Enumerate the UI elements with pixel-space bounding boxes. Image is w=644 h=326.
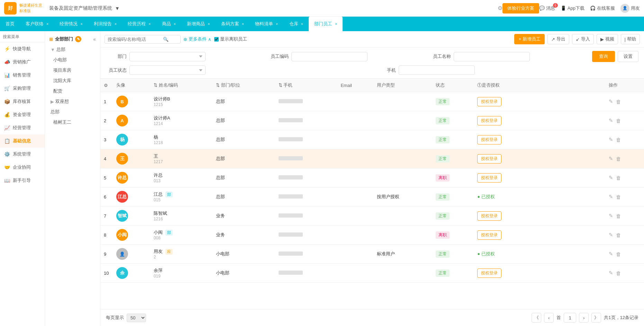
import-button[interactable]: ↙ 导入: [572, 34, 594, 44]
close-icon[interactable]: ×: [174, 22, 176, 26]
status-select[interactable]: [129, 65, 206, 75]
settings-icon[interactable]: ⚙: [498, 5, 502, 11]
dept-item-peihuo[interactable]: 配货: [45, 86, 100, 96]
next-page-button[interactable]: ›: [579, 313, 589, 323]
sidebar-item-sales[interactable]: 📊 销售管理: [0, 69, 45, 82]
delete-icon[interactable]: 🗑: [616, 270, 621, 276]
close-icon[interactable]: ×: [115, 22, 117, 26]
phone-input[interactable]: [399, 65, 475, 75]
edit-icon[interactable]: ✎: [609, 156, 613, 162]
auth-button[interactable]: 授权登录: [477, 268, 501, 278]
sidebar-item-collab[interactable]: 🤝 企业协同: [0, 161, 45, 174]
tab-warehouse[interactable]: 仓库 ×: [284, 17, 309, 31]
system-dropdown-icon[interactable]: ▼: [115, 6, 120, 11]
code-input[interactable]: [291, 52, 368, 61]
auth-button[interactable]: 授权登录: [477, 154, 501, 164]
edit-icon[interactable]: ✎: [609, 117, 613, 124]
delete-icon[interactable]: 🗑: [616, 99, 621, 105]
tab-goods[interactable]: 商品 ×: [156, 17, 181, 31]
delete-icon[interactable]: 🗑: [616, 251, 621, 257]
more-conditions-button[interactable]: ⊕ 更多条件 ∧: [183, 36, 211, 42]
tab-bom[interactable]: 物料清单 ×: [250, 17, 283, 31]
tab-new-goods[interactable]: 新增商品 ×: [181, 17, 215, 31]
last-page-button[interactable]: 》: [591, 313, 601, 323]
tab-barcode[interactable]: 条码方案 ×: [216, 17, 250, 31]
auth-button[interactable]: 授权登录: [477, 211, 501, 221]
tab-customer[interactable]: 客户联络 ×: [20, 17, 54, 31]
col-settings[interactable]: ⚙: [100, 79, 113, 92]
page-size-select[interactable]: 50 100: [127, 314, 146, 322]
sidebar-item-quicknav[interactable]: ⚡ 快捷导航: [0, 42, 45, 55]
sidebar-item-finance[interactable]: 💰 资金管理: [0, 108, 45, 121]
collapse-dept-icon[interactable]: «: [93, 36, 96, 42]
dept-item-zhishu[interactable]: 植树王二: [45, 117, 100, 127]
delete-icon[interactable]: 🗑: [616, 118, 621, 124]
edit-icon[interactable]: ✎: [609, 270, 613, 276]
delete-icon[interactable]: 🗑: [616, 213, 621, 219]
help-button[interactable]: | 帮助: [621, 34, 640, 44]
dept-select[interactable]: [129, 52, 206, 61]
export-button[interactable]: ↗ 导出: [547, 34, 569, 44]
sidebar-item-marketing[interactable]: 📣 营销推广: [0, 55, 45, 69]
auth-button[interactable]: 授权登录: [477, 97, 501, 106]
close-icon[interactable]: ×: [335, 22, 337, 26]
add-employee-button[interactable]: + 新增员工: [514, 34, 544, 44]
close-icon[interactable]: ×: [80, 22, 82, 26]
prev-page-button[interactable]: ‹: [544, 313, 554, 323]
dept-item-shuangzuo[interactable]: ▶ 双座想: [45, 96, 100, 107]
reset-button[interactable]: 设置: [618, 51, 638, 62]
close-icon[interactable]: ×: [242, 22, 244, 26]
col-phone[interactable]: ⇅ 手机: [275, 79, 337, 92]
auth-button[interactable]: 授权登录: [477, 135, 501, 144]
page-number-input[interactable]: [564, 313, 576, 323]
tab-operation[interactable]: 经营情况 ×: [54, 17, 88, 31]
tab-profit[interactable]: 利润报告 ×: [88, 17, 122, 31]
close-icon[interactable]: ×: [208, 22, 210, 26]
search-input[interactable]: [108, 37, 163, 42]
name-input[interactable]: [454, 52, 530, 61]
sidebar-item-purchase[interactable]: 🛒 采购管理: [0, 82, 45, 95]
col-name[interactable]: ⇅ 姓名/编码: [150, 79, 212, 92]
show-resigned-toggle[interactable]: 显示离职员工: [214, 36, 247, 42]
sidebar-search-input[interactable]: [3, 34, 45, 39]
online-service-button[interactable]: 🎧 在线客服: [590, 5, 615, 11]
auth-button[interactable]: 授权登录: [477, 173, 501, 183]
close-icon[interactable]: ×: [301, 22, 303, 26]
delete-icon[interactable]: 🗑: [616, 137, 621, 143]
edit-icon[interactable]: ✎: [609, 213, 613, 219]
sidebar-search[interactable]: 🔍: [0, 31, 45, 42]
close-icon[interactable]: ×: [276, 22, 278, 26]
tab-history[interactable]: 经营历程 ×: [122, 17, 156, 31]
tab-department[interactable]: 部门员工 ×: [309, 17, 343, 31]
dept-item-shenyang[interactable]: 沈阳大库: [45, 76, 100, 86]
first-page-button[interactable]: 《: [532, 313, 541, 323]
delete-icon[interactable]: 🗑: [616, 232, 621, 238]
edit-icon[interactable]: ✎: [609, 136, 613, 143]
dept-item-xiaodian[interactable]: 小电部: [45, 55, 100, 65]
message-button[interactable]: 💬 消息 6: [539, 5, 555, 11]
close-icon[interactable]: ×: [148, 22, 151, 26]
sidebar-item-mgmt[interactable]: 📈 经营管理: [0, 121, 45, 134]
dept-item-zongbu[interactable]: 总部: [45, 107, 100, 117]
delete-icon[interactable]: 🗑: [616, 194, 621, 200]
app-download-button[interactable]: 📱 App下载: [561, 5, 584, 11]
dept-item-xiangmu[interactable]: 项目库房: [45, 65, 100, 76]
edit-icon[interactable]: ✎: [609, 175, 613, 181]
edit-icon[interactable]: ✎: [609, 194, 613, 200]
edit-icon[interactable]: ✎: [609, 232, 613, 238]
edit-dept-icon[interactable]: ✎: [75, 36, 81, 42]
auth-button[interactable]: 授权登录: [477, 116, 501, 125]
view-button[interactable]: ▶ 视频: [597, 34, 618, 44]
delete-icon[interactable]: 🗑: [616, 175, 621, 181]
delete-icon[interactable]: 🗑: [616, 156, 621, 162]
edit-icon[interactable]: ✎: [609, 251, 613, 257]
user-button[interactable]: 👤 用友: [620, 4, 640, 13]
sidebar-item-inventory[interactable]: 📦 库存核算: [0, 95, 45, 108]
query-button[interactable]: 查询: [592, 51, 615, 62]
dept-item-zongbu-parent[interactable]: ▼ 总部: [45, 44, 100, 55]
sidebar-item-system[interactable]: ⚙️ 系统管理: [0, 148, 45, 161]
experience-button[interactable]: 体验行业方案: [502, 3, 539, 14]
col-dept[interactable]: ⇅ 部门/职位: [212, 79, 275, 92]
auth-button[interactable]: 授权登录: [477, 230, 501, 240]
edit-icon[interactable]: ✎: [609, 98, 613, 105]
